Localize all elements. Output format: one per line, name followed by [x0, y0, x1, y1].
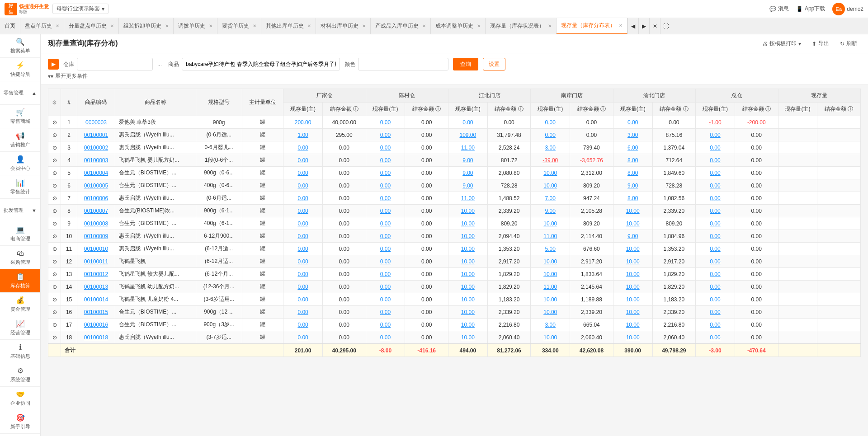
row-c-stock[interactable]: 0.00	[366, 205, 405, 217]
row-code[interactable]: 00100008	[77, 217, 115, 230]
row-settings[interactable]: ⊙	[48, 255, 61, 268]
row-code[interactable]: 00100004	[77, 167, 115, 179]
sidebar-item-member[interactable]: 👤 会员中心	[0, 152, 40, 175]
user-btn[interactable]: Ea demo2	[832, 3, 863, 15]
row-na-stock[interactable]: 7.00	[531, 192, 570, 205]
row-code[interactable]: 00100010	[77, 243, 115, 255]
row-c-stock[interactable]: 0.00	[366, 319, 405, 331]
row-t-stock[interactable]: 0.00	[696, 192, 735, 205]
row-c-stock[interactable]: 0.00	[366, 268, 405, 281]
tab-11-close[interactable]: ✕	[619, 23, 623, 28]
row-settings[interactable]: ⊙	[48, 281, 61, 293]
tab-9[interactable]: 成本调整单历史 ✕	[431, 18, 486, 34]
row-jb-stock[interactable]: 10.00	[448, 268, 487, 281]
row-jb-stock[interactable]: 10.00	[448, 255, 487, 268]
row-yb-stock[interactable]: 9.00	[613, 230, 652, 243]
row-c-stock[interactable]: 0.00	[366, 255, 405, 268]
row-settings[interactable]: ⊙	[48, 268, 61, 281]
tab-5[interactable]: 要货单历史 ✕	[217, 18, 261, 34]
refresh-btn[interactable]: ↻ 刷新	[836, 38, 861, 49]
tab-prev-btn[interactable]: ◀	[627, 18, 638, 34]
row-yb-stock[interactable]: 8.00	[613, 154, 652, 167]
row-t-stock[interactable]: 0.00	[696, 167, 735, 179]
row-code[interactable]: 00100012	[77, 268, 115, 281]
tab-4-close[interactable]: ✕	[209, 23, 212, 28]
row-jb-stock[interactable]: 11.00	[448, 192, 487, 205]
row-c-stock[interactable]: 0.00	[366, 192, 405, 205]
row-jb-stock[interactable]: 10.00	[448, 243, 487, 255]
row-jb-stock[interactable]: 10.00	[448, 331, 487, 344]
row-settings[interactable]: ⊙	[48, 230, 61, 243]
row-t-stock[interactable]: 0.00	[696, 217, 735, 230]
row-yb-stock[interactable]: 8.00	[613, 192, 652, 205]
row-yb-stock[interactable]: 10.00	[613, 205, 652, 217]
sidebar-item-purchase[interactable]: 🛍 采购管理	[0, 246, 40, 269]
row-yb-stock[interactable]: 10.00	[613, 293, 652, 306]
tab-7-close[interactable]: ✕	[362, 23, 366, 28]
row-jb-stock[interactable]: 9.00	[448, 154, 487, 167]
row-na-stock[interactable]: 10.00	[531, 268, 570, 281]
row-jb-stock[interactable]: 9.00	[448, 179, 487, 192]
row-f-stock[interactable]: 0.00	[283, 230, 323, 243]
row-t-stock[interactable]: 0.00	[696, 205, 735, 217]
row-settings[interactable]: ⊙	[48, 306, 61, 319]
app-btn[interactable]: 📱 App下载	[796, 5, 825, 13]
row-t-stock[interactable]: 0.00	[696, 179, 735, 192]
row-jb-stock[interactable]: 9.00	[448, 167, 487, 179]
tab-10-close[interactable]: ✕	[548, 23, 552, 28]
row-settings[interactable]: ⊙	[48, 179, 61, 192]
row-t-stock[interactable]: 0.00	[696, 141, 735, 154]
row-f-stock[interactable]: 1.00	[283, 129, 323, 141]
row-na-stock[interactable]: 10.00	[531, 217, 570, 230]
row-settings[interactable]: ⊙	[48, 205, 61, 217]
row-settings[interactable]: ⊙	[48, 243, 61, 255]
row-code[interactable]: 00100018	[77, 331, 115, 344]
row-c-stock[interactable]: 0.00	[366, 217, 405, 230]
row-code[interactable]: 00100013	[77, 281, 115, 293]
row-c-stock[interactable]: 0.00	[366, 141, 405, 154]
tab-expand-btn[interactable]: ⛶	[660, 18, 671, 34]
row-yb-stock[interactable]: 6.00	[613, 141, 652, 154]
row-yb-stock[interactable]: 10.00	[613, 306, 652, 319]
row-f-stock[interactable]: 0.00	[283, 167, 323, 179]
row-yb-stock[interactable]: 0.00	[613, 116, 652, 129]
row-jb-stock[interactable]: 11.00	[448, 141, 487, 154]
row-f-stock[interactable]: 200.00	[283, 116, 323, 129]
row-t-stock[interactable]: 0.00	[696, 268, 735, 281]
tab-6-close[interactable]: ✕	[307, 23, 311, 28]
row-yb-stock[interactable]: 10.00	[613, 281, 652, 293]
row-t-stock[interactable]: 0.00	[696, 293, 735, 306]
row-f-stock[interactable]: 0.00	[283, 205, 323, 217]
row-settings[interactable]: ⊙	[48, 217, 61, 230]
tab-6[interactable]: 其他出库单历史 ✕	[261, 18, 316, 34]
row-code[interactable]: 00100009	[77, 230, 115, 243]
tab-3[interactable]: 组装拆卸单历史 ✕	[119, 18, 174, 34]
row-na-stock[interactable]: 5.00	[531, 243, 570, 255]
tab-11[interactable]: 现存量（库存分布表） ✕	[557, 18, 627, 34]
row-na-stock[interactable]: 11.00	[531, 281, 570, 293]
sidebar-item-guide[interactable]: 🎯 新手引导	[0, 410, 40, 434]
tab-7[interactable]: 材料出库单历史 ✕	[316, 18, 371, 34]
row-c-stock[interactable]: 0.00	[366, 154, 405, 167]
row-t-stock[interactable]: 0.00	[696, 319, 735, 331]
tab-close-all-btn[interactable]: ✕	[649, 18, 660, 34]
message-btn[interactable]: 💬 消息	[769, 5, 789, 13]
row-f-stock[interactable]: 0.00	[283, 268, 323, 281]
row-na-stock[interactable]: 10.00	[531, 306, 570, 319]
tab-1-close[interactable]: ✕	[56, 23, 59, 28]
row-code[interactable]: 00100016	[77, 319, 115, 331]
row-c-stock[interactable]: 0.00	[366, 167, 405, 179]
row-f-stock[interactable]: 0.00	[283, 243, 323, 255]
row-yb-stock[interactable]: 10.00	[613, 319, 652, 331]
row-yb-stock[interactable]: 10.00	[613, 255, 652, 268]
sidebar-item-finance[interactable]: 💰 资金管理	[0, 293, 40, 316]
row-c-stock[interactable]: 0.00	[366, 179, 405, 192]
sidebar-item-retail[interactable]: 零售管理 ▲	[0, 81, 40, 105]
row-na-stock[interactable]: 10.00	[531, 167, 570, 179]
row-na-stock[interactable]: 10.00	[531, 331, 570, 344]
row-yb-stock[interactable]: 9.00	[613, 179, 652, 192]
row-settings[interactable]: ⊙	[48, 154, 61, 167]
tab-2[interactable]: 分量盘点单历史 ✕	[64, 18, 119, 34]
tab-5-close[interactable]: ✕	[253, 23, 256, 28]
row-code[interactable]: 00100014	[77, 293, 115, 306]
